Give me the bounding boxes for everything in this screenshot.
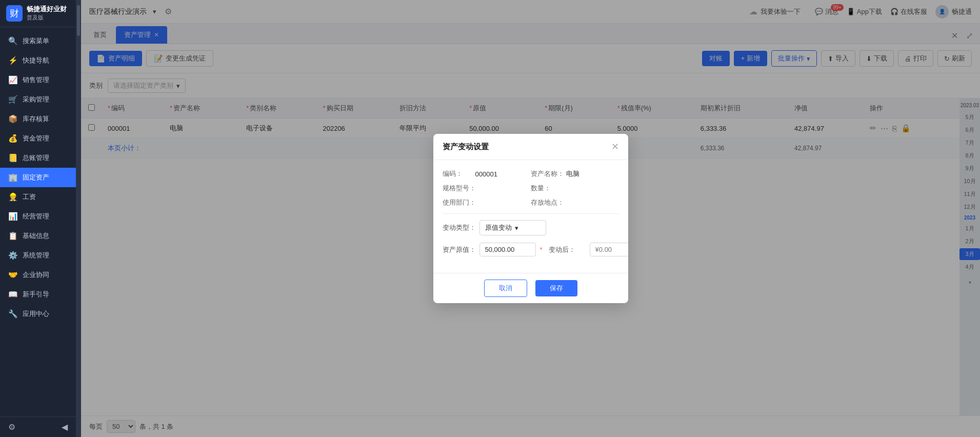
modal-overlay: 资产变动设置 ✕ 编码： 000001 资产名称： 电脑 [81, 0, 980, 437]
collab-icon: 🤝 [8, 270, 17, 280]
dialog-footer: 取消 保存 [433, 273, 628, 303]
asset-value-control: 50,000.00 * 变动后： [479, 243, 628, 256]
settings-icon[interactable]: ⚙ [8, 422, 15, 432]
collapse-icon[interactable]: ◀ [62, 422, 68, 432]
purchase-icon: 🛒 [8, 95, 17, 104]
dialog-title: 资产变动设置 [443, 142, 489, 152]
app-logo: 财 [6, 5, 23, 22]
sidebar-item-quicknav[interactable]: ⚡ 快捷导航 [0, 51, 76, 70]
main-wrapper: 医疗器械行业演示 ▾ ⚙ ☁ 我要体验一下 💬 消息 99+ 📱 App下载 🎧… [81, 0, 980, 437]
payroll-icon: 👷 [8, 192, 17, 202]
funds-icon: 💰 [8, 134, 17, 143]
required-marker: * [540, 246, 543, 253]
info-location: 存放地点： [531, 198, 619, 207]
info-row-1: 编码： 000001 资产名称： 电脑 [443, 169, 619, 178]
change-type-label: 变动类型： [443, 223, 479, 232]
after-change-label: 变动后： [549, 245, 586, 254]
sidebar-nav: 🔍 搜索菜单 ⚡ 快捷导航 📈 销售管理 🛒 采购管理 📦 库存核算 💰 资金管… [0, 27, 76, 416]
sidebar-label-funds: 资金管理 [23, 134, 49, 143]
asset-value-display: 50,000.00 [485, 246, 515, 253]
sidebar-item-inventory[interactable]: 📦 库存核算 [0, 109, 76, 129]
sidebar-label-operations: 经营管理 [23, 212, 49, 221]
quicknav-icon: ⚡ [8, 56, 17, 65]
after-change-input[interactable] [590, 243, 628, 256]
info-row-2: 规格型号： 数量： [443, 184, 619, 193]
ledger-icon: 📒 [8, 153, 17, 163]
sidebar-label-search: 搜索菜单 [23, 36, 49, 46]
asset-change-dialog: 资产变动设置 ✕ 编码： 000001 资产名称： 电脑 [433, 134, 628, 303]
sidebar-label-system: 系统管理 [23, 251, 49, 260]
asset-value-label: 资产原值： [443, 245, 479, 254]
asset-value-row: 资产原值： 50,000.00 * 变动后： [443, 243, 619, 256]
quantity-label: 数量： [531, 184, 562, 193]
sidebar-label-quicknav: 快捷导航 [23, 56, 49, 65]
cancel-label: 取消 [499, 284, 512, 292]
assets-icon: 🏢 [8, 173, 17, 182]
change-type-dropdown-icon: ▾ [515, 224, 518, 232]
save-button[interactable]: 保存 [535, 280, 577, 296]
sidebar-scroll-thumb [77, 5, 80, 36]
asset-name-label: 资产名称： [531, 169, 564, 178]
sidebar-item-sales[interactable]: 📈 销售管理 [0, 70, 76, 90]
basics-icon: 📋 [8, 231, 17, 241]
sidebar-label-basics: 基础信息 [23, 231, 49, 241]
sidebar-item-system[interactable]: ⚙️ 系统管理 [0, 246, 76, 265]
info-quantity: 数量： [531, 184, 619, 193]
sidebar-label-guide: 新手引导 [23, 290, 49, 299]
sidebar-item-guide[interactable]: 📖 新手引导 [0, 285, 76, 304]
sidebar-header: 财 畅捷通好业财 普及版 [0, 0, 76, 27]
sidebar-label-inventory: 库存核算 [23, 114, 49, 124]
sidebar-footer: ⚙ ◀ [0, 416, 76, 437]
change-type-row: 变动类型： 原值变动 ▾ [443, 220, 619, 235]
dialog-close-button[interactable]: ✕ [611, 141, 619, 152]
sidebar-item-ledger[interactable]: 📒 总账管理 [0, 148, 76, 168]
guide-icon: 📖 [8, 290, 17, 299]
sidebar-item-basics[interactable]: 📋 基础信息 [0, 226, 76, 246]
appstore-icon: 🔧 [8, 309, 17, 319]
change-type-value: 原值变动 [485, 223, 512, 232]
sidebar-label-ledger: 总账管理 [23, 153, 49, 163]
info-row-3: 使用部门： 存放地点： [443, 198, 619, 207]
sidebar-label-appstore: 应用中心 [23, 309, 49, 319]
dialog-body: 编码： 000001 资产名称： 电脑 规格型号： 数量： [433, 160, 628, 273]
sidebar-item-assets[interactable]: 🏢 固定资产 [0, 168, 76, 187]
dialog-divider [443, 213, 619, 214]
sidebar-label-collab: 企业协同 [23, 270, 49, 280]
code-label: 编码： [443, 169, 473, 178]
asset-value-input: 50,000.00 [479, 243, 536, 256]
info-spec: 规格型号： [443, 184, 531, 193]
sidebar-label-sales: 销售管理 [23, 75, 49, 85]
info-asset-name: 资产名称： 电脑 [531, 169, 619, 178]
spec-label: 规格型号： [443, 184, 476, 193]
sidebar-item-appstore[interactable]: 🔧 应用中心 [0, 304, 76, 324]
dept-label: 使用部门： [443, 198, 476, 207]
location-label: 存放地点： [531, 198, 564, 207]
change-type-control: 原值变动 ▾ [479, 220, 546, 235]
save-label: 保存 [550, 284, 563, 292]
sidebar-item-payroll[interactable]: 👷 工资 [0, 187, 76, 207]
asset-name-value: 电脑 [566, 169, 579, 178]
search-icon: 🔍 [8, 36, 17, 46]
sidebar-item-search[interactable]: 🔍 搜索菜单 [0, 31, 76, 51]
operations-icon: 📊 [8, 212, 17, 221]
app-edition: 普及版 [27, 14, 67, 22]
sidebar-label-payroll: 工资 [23, 192, 36, 202]
dialog-header: 资产变动设置 ✕ [433, 134, 628, 160]
sidebar-scrollbar[interactable] [76, 0, 81, 437]
code-value: 000001 [475, 170, 497, 178]
info-dept: 使用部门： [443, 198, 531, 207]
sidebar: 财 畅捷通好业财 普及版 🔍 搜索菜单 ⚡ 快捷导航 📈 销售管理 🛒 采购管理… [0, 0, 76, 437]
sidebar-item-funds[interactable]: 💰 资金管理 [0, 129, 76, 148]
sidebar-label-assets: 固定资产 [23, 173, 49, 182]
app-name: 畅捷通好业财 [27, 5, 67, 14]
change-type-select[interactable]: 原值变动 ▾ [479, 220, 546, 235]
info-code: 编码： 000001 [443, 169, 531, 178]
cancel-button[interactable]: 取消 [484, 280, 527, 297]
system-icon: ⚙️ [8, 251, 17, 260]
sidebar-item-collab[interactable]: 🤝 企业协同 [0, 265, 76, 285]
inventory-icon: 📦 [8, 114, 17, 124]
sidebar-label-purchase: 采购管理 [23, 95, 49, 104]
app-name-block: 畅捷通好业财 普及版 [27, 5, 67, 22]
sidebar-item-operations[interactable]: 📊 经营管理 [0, 207, 76, 226]
sidebar-item-purchase[interactable]: 🛒 采购管理 [0, 90, 76, 109]
